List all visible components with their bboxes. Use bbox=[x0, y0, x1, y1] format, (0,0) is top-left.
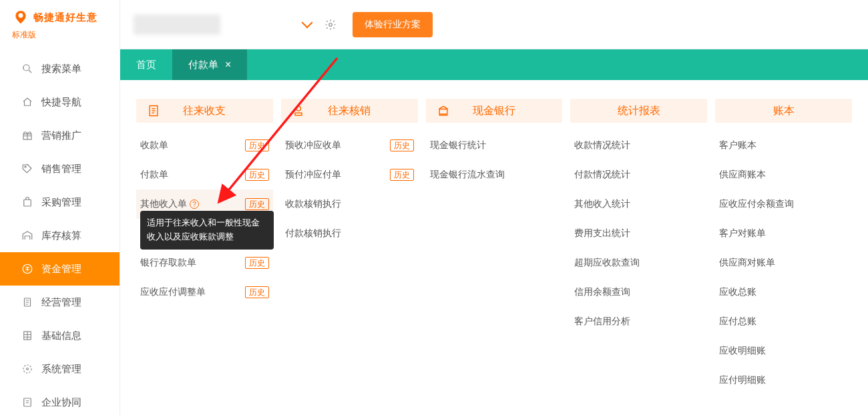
settings-button[interactable] bbox=[324, 19, 337, 31]
menu-item[interactable]: 信用余额查询 bbox=[570, 278, 707, 307]
col-header: 往来收支 bbox=[136, 99, 273, 123]
history-tag[interactable]: 历史 bbox=[390, 139, 414, 151]
sidebar-item-marketing[interactable]: 营销推广 bbox=[0, 119, 120, 152]
col-items: 现金银行统计 现金银行流水查询 bbox=[426, 131, 563, 189]
sidebar-item-label: 系统管理 bbox=[41, 363, 81, 376]
menu-item[interactable]: 应收应付余额查询 bbox=[715, 189, 852, 219]
col-ledger: 账本 客户账本 供应商账本 应收应付余额查询 客户对账单 供应商对账单 应收总账… bbox=[715, 99, 852, 408]
history-tag[interactable]: 历史 bbox=[245, 198, 269, 210]
sidebar-item-sales[interactable]: 销售管理 bbox=[0, 152, 120, 185]
home-icon bbox=[21, 96, 33, 108]
warehouse-icon bbox=[21, 230, 33, 242]
menu-item[interactable]: 收款情况统计 bbox=[570, 131, 707, 160]
menu-item-label: 收款情况统计 bbox=[574, 139, 630, 151]
svg-point-9 bbox=[27, 368, 29, 370]
close-icon[interactable]: × bbox=[225, 59, 231, 70]
svg-point-11 bbox=[329, 23, 333, 26]
col-title: 账本 bbox=[773, 104, 795, 118]
history-tag[interactable]: 历史 bbox=[245, 257, 269, 269]
menu-item[interactable]: 客户账本 bbox=[715, 131, 852, 160]
menu-item-label: 应收应付余额查询 bbox=[719, 198, 794, 210]
history-tag[interactable]: 历史 bbox=[245, 139, 269, 151]
sidebar-item-basedata[interactable]: 基础信息 bbox=[0, 319, 120, 352]
sidebar-item-label: 经营管理 bbox=[41, 296, 81, 309]
menu-item[interactable]: 客户对账单 bbox=[715, 219, 852, 248]
sidebar-item-system[interactable]: 系统管理 bbox=[0, 352, 120, 386]
svg-point-3 bbox=[25, 166, 26, 167]
menu-item[interactable]: 付款核销执行 bbox=[281, 219, 418, 248]
bank-icon bbox=[437, 104, 450, 117]
sidebar-item-purchase[interactable]: 采购管理 bbox=[0, 185, 120, 219]
sidebar-item-label: 快捷导航 bbox=[41, 96, 81, 109]
tenant-name-blurred bbox=[134, 15, 220, 35]
col-reports: 统计报表 收款情况统计 付款情况统计 其他收入统计 费用支出统计 超期应收款查询… bbox=[570, 99, 707, 408]
col-items: 收款情况统计 付款情况统计 其他收入统计 费用支出统计 超期应收款查询 信用余额… bbox=[570, 131, 707, 336]
menu-item[interactable]: 其他收入统计 bbox=[570, 189, 707, 219]
tab-label: 付款单 bbox=[188, 59, 218, 71]
menu-item[interactable]: 应收应付调整单 历史 bbox=[136, 278, 273, 307]
col-income-expense: 往来收支 收款单 历史 付款单 历史 其他收入单 ? 历史 费用支出单 历史 bbox=[136, 99, 273, 408]
history-tag[interactable]: 历史 bbox=[390, 169, 414, 181]
sidebar: 畅捷通好生意 标准版 搜索菜单 快捷导航 营销推广 销售管理 采购管理 库存核算 bbox=[0, 0, 120, 415]
sidebar-item-search[interactable]: 搜索菜单 bbox=[0, 52, 120, 85]
menu-item-label: 预收冲应收单 bbox=[285, 139, 341, 151]
tab-label: 首页 bbox=[136, 59, 156, 71]
menu-item-label: 现金银行统计 bbox=[430, 139, 486, 151]
menu-item-label: 其他收入统计 bbox=[574, 198, 630, 210]
menu-item[interactable]: 现金银行统计 bbox=[426, 131, 563, 160]
sidebar-item-label: 基础信息 bbox=[41, 330, 81, 342]
menu-item-label: 其他收入单 ? bbox=[140, 198, 199, 210]
menu-item[interactable]: 收款单 历史 bbox=[136, 131, 273, 160]
tab-home[interactable]: 首页 bbox=[120, 49, 172, 80]
menu-item[interactable]: 现金银行流水查询 bbox=[426, 160, 563, 189]
menu-item[interactable]: 预付冲应付单 历史 bbox=[281, 160, 418, 189]
menu-item-label: 应收应付调整单 bbox=[140, 286, 206, 298]
menu-item[interactable]: 收款核销执行 bbox=[281, 189, 418, 219]
menu-item[interactable]: 银行存取款单 历史 bbox=[136, 248, 273, 278]
col-header: 现金银行 bbox=[426, 99, 563, 123]
sidebar-item-inventory[interactable]: 库存核算 bbox=[0, 219, 120, 252]
receipt-icon bbox=[147, 104, 160, 117]
menu-item-label: 付款核销执行 bbox=[285, 228, 341, 240]
menu-item-label: 费用支出统计 bbox=[574, 228, 630, 240]
menu-item[interactable]: 预收冲应收单 历史 bbox=[281, 131, 418, 160]
menu-item[interactable]: 付款单 历史 bbox=[136, 160, 273, 189]
topbar: 体验行业方案 bbox=[120, 0, 868, 49]
brand-title: 畅捷通好生意 bbox=[33, 11, 97, 24]
svg-point-1 bbox=[23, 65, 29, 71]
chevron-down-icon[interactable] bbox=[302, 17, 313, 28]
tag-icon bbox=[21, 163, 33, 175]
menu-item-label: 信用余额查询 bbox=[574, 286, 630, 298]
menu-item[interactable]: 应收总账 bbox=[715, 278, 852, 307]
tab-payment[interactable]: 付款单 × bbox=[172, 49, 247, 80]
col-title: 往来收支 bbox=[183, 104, 226, 118]
menu-item[interactable]: 费用支出统计 bbox=[570, 219, 707, 248]
col-title: 现金银行 bbox=[473, 104, 515, 118]
history-tag[interactable]: 历史 bbox=[245, 286, 269, 298]
menu-item[interactable]: 付款情况统计 bbox=[570, 160, 707, 189]
history-tag[interactable]: 历史 bbox=[245, 169, 269, 181]
menu-item[interactable]: 超期应收款查询 bbox=[570, 248, 707, 278]
menu-item[interactable]: 供应商对账单 bbox=[715, 248, 852, 278]
menu-item[interactable]: 应付总账 bbox=[715, 307, 852, 336]
gear-dashed-icon bbox=[21, 363, 33, 375]
sidebar-item-funds[interactable]: 资金管理 bbox=[0, 252, 120, 286]
col-title: 往来核销 bbox=[328, 104, 371, 118]
menu-item[interactable]: 供应商账本 bbox=[715, 160, 852, 189]
tab-bar: 首页 付款单 × bbox=[120, 49, 868, 80]
sidebar-item-label: 库存核算 bbox=[41, 230, 81, 242]
menu-item[interactable]: 应付明细账 bbox=[715, 366, 852, 395]
menu-item[interactable]: 客户信用分析 bbox=[570, 307, 707, 336]
sidebar-item-business[interactable]: 经营管理 bbox=[0, 286, 120, 319]
sidebar-item-quicknav[interactable]: 快捷导航 bbox=[0, 85, 120, 119]
help-icon[interactable]: ? bbox=[190, 199, 199, 209]
menu-item[interactable]: 应收明细账 bbox=[715, 336, 852, 366]
menu-item-label: 应收总账 bbox=[719, 286, 756, 298]
menu-item-label: 供应商对账单 bbox=[719, 257, 775, 269]
brand: 畅捷通好生意 标准版 bbox=[0, 0, 120, 31]
industry-plan-button[interactable]: 体验行业方案 bbox=[353, 12, 433, 37]
sidebar-item-label: 搜索菜单 bbox=[41, 63, 81, 75]
sidebar-item-collab[interactable]: 企业协同 bbox=[0, 386, 120, 415]
sidebar-item-label: 企业协同 bbox=[41, 396, 81, 409]
menu-item-label: 供应商账本 bbox=[719, 169, 766, 181]
